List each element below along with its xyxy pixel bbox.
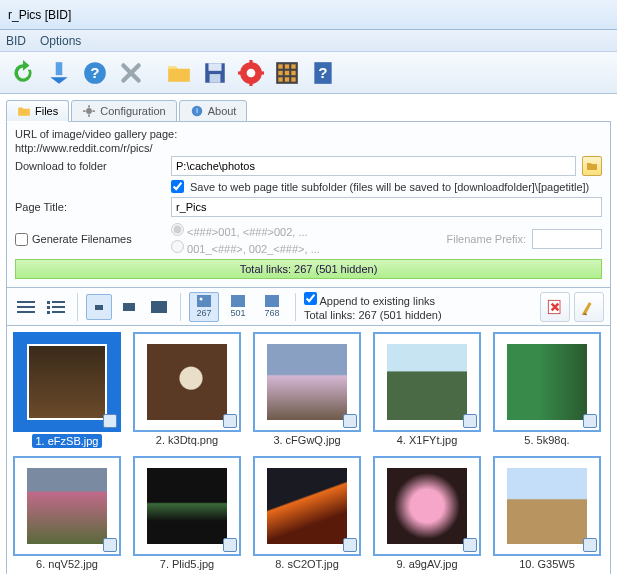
expand-icon[interactable] [223, 538, 237, 552]
svg-rect-39 [197, 295, 211, 307]
tab-configuration[interactable]: Configuration [71, 100, 176, 122]
thumbnail-box [13, 456, 121, 556]
refresh-button[interactable] [6, 56, 40, 90]
svg-rect-41 [231, 295, 245, 307]
grid-button[interactable] [270, 56, 304, 90]
expand-icon[interactable] [463, 414, 477, 428]
svg-text:?: ? [318, 64, 327, 81]
svg-point-24 [86, 108, 92, 114]
svg-point-7 [247, 68, 256, 77]
image-icon [197, 295, 211, 307]
expand-icon[interactable] [583, 538, 597, 552]
tab-files[interactable]: Files [6, 100, 69, 122]
thumbnail-item[interactable]: 8. sC2OT.jpg [253, 456, 361, 570]
thumbnail-box [133, 456, 241, 556]
thumbnail-box [493, 332, 601, 432]
expand-icon[interactable] [583, 414, 597, 428]
page-title-input[interactable] [171, 197, 602, 217]
files-panel: URL of image/video gallery page: http://… [6, 121, 611, 288]
thumbnail-caption: 10. G35W5 [519, 558, 575, 570]
settings-button[interactable] [234, 56, 268, 90]
expand-icon[interactable] [223, 414, 237, 428]
thumbnail-box [253, 456, 361, 556]
save-button[interactable] [198, 56, 232, 90]
url-label: URL of image/video gallery page: [15, 128, 602, 140]
thumbnail-item[interactable]: 9. a9gAV.jpg [373, 456, 481, 570]
svg-rect-38 [151, 301, 167, 313]
thumb-size-medium-button[interactable] [116, 294, 142, 320]
menu-options[interactable]: Options [40, 34, 81, 48]
expand-icon[interactable] [103, 414, 117, 428]
thumbnail-item[interactable]: 10. G35W5 [493, 456, 601, 570]
expand-icon[interactable] [103, 538, 117, 552]
folder-icon [586, 161, 598, 171]
generate-filenames-checkbox[interactable] [15, 233, 28, 246]
toolbar-info: Append to existing links Total links: 26… [304, 292, 442, 322]
clean-button[interactable] [574, 292, 604, 322]
svg-rect-5 [210, 74, 221, 83]
append-checkbox[interactable] [304, 292, 317, 305]
thumb-size-small-button[interactable] [86, 294, 112, 320]
svg-rect-14 [285, 64, 289, 68]
menu-bid[interactable]: BID [6, 34, 26, 48]
thumbnail-image [27, 468, 107, 544]
thumbnail-item[interactable]: 1. eFzSB.jpg [13, 332, 121, 448]
filename-prefix-input [532, 229, 602, 249]
thumbnail-caption: 1. eFzSB.jpg [32, 434, 103, 448]
view-toolbar: 267 501 768 Append to existing links Tot… [6, 288, 611, 326]
tab-strip: Files Configuration i About [6, 100, 611, 122]
cancel-button[interactable] [114, 56, 148, 90]
thumbnail-item[interactable]: 2. k3Dtq.png [133, 332, 241, 448]
thumbnail-image [507, 344, 587, 420]
thumbnail-box [133, 332, 241, 432]
browse-folder-button[interactable] [582, 156, 602, 176]
svg-rect-21 [291, 77, 295, 81]
svg-rect-0 [56, 62, 63, 75]
svg-rect-13 [278, 64, 282, 68]
page-title-label: Page Title: [15, 201, 165, 213]
svg-point-40 [200, 298, 203, 301]
thumbnail-item[interactable]: 5. 5k98q. [493, 332, 601, 448]
info-button[interactable]: ? [306, 56, 340, 90]
expand-icon[interactable] [463, 538, 477, 552]
folder-icon [17, 104, 31, 118]
delete-button[interactable] [540, 292, 570, 322]
thumbnail-caption: 2. k3Dtq.png [156, 434, 218, 446]
filter-768-button[interactable]: 768 [257, 292, 287, 322]
thumbnail-image [147, 344, 227, 420]
view-details-button[interactable] [43, 294, 69, 320]
svg-text:?: ? [90, 64, 99, 81]
open-folder-button[interactable] [162, 56, 196, 90]
thumbnail-item[interactable]: 4. X1FYt.jpg [373, 332, 481, 448]
help-button[interactable]: ? [78, 56, 112, 90]
save-subfolder-checkbox[interactable] [171, 180, 184, 193]
filename-pattern-radio-1 [171, 223, 184, 236]
thumbnail-image [387, 344, 467, 420]
thumbnail-caption: 7. Plid5.jpg [160, 558, 214, 570]
download-folder-input[interactable] [171, 156, 576, 176]
url-value[interactable]: http://www.reddit.com/r/pics/ [15, 140, 602, 156]
download-folder-label: Download to folder [15, 160, 165, 172]
filename-pattern-radio-2 [171, 240, 184, 253]
svg-rect-17 [285, 70, 289, 74]
filter-267-button[interactable]: 267 [189, 292, 219, 322]
expand-icon[interactable] [343, 538, 357, 552]
tab-about[interactable]: i About [179, 100, 248, 122]
thumbnail-item[interactable]: 7. Plid5.jpg [133, 456, 241, 570]
thumbnail-item[interactable]: 6. nqV52.jpg [13, 456, 121, 570]
svg-rect-42 [265, 295, 279, 307]
expand-icon[interactable] [343, 414, 357, 428]
thumbnail-box [493, 456, 601, 556]
svg-rect-36 [95, 305, 103, 310]
thumbnail-image [147, 468, 227, 544]
view-list-button[interactable] [13, 294, 39, 320]
filter-501-button[interactable]: 501 [223, 292, 253, 322]
thumbnail-caption: 8. sC2OT.jpg [275, 558, 339, 570]
download-button[interactable] [42, 56, 76, 90]
thumbnail-caption: 6. nqV52.jpg [36, 558, 98, 570]
thumbnail-caption: 9. a9gAV.jpg [396, 558, 457, 570]
thumb-size-large-button[interactable] [146, 294, 172, 320]
thumbnail-item[interactable]: 3. cFGwQ.jpg [253, 332, 361, 448]
toolbar-totals: Total links: 267 (501 hidden) [304, 308, 442, 322]
image-icon [231, 295, 245, 307]
